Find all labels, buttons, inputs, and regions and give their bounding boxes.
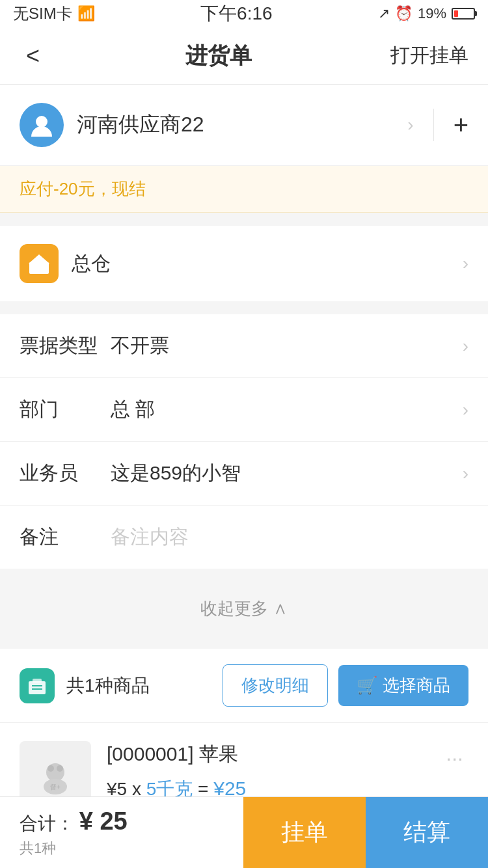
total-label: 合计：: [20, 813, 74, 834]
warehouse-chevron-icon: ›: [463, 253, 468, 274]
svg-rect-1: [29, 262, 49, 274]
alarm-icon: ⏰: [395, 5, 413, 22]
svg-rect-4: [33, 679, 42, 683]
supplier-card: 河南供应商22 › + 应付-20元，现结: [0, 85, 488, 213]
warehouse-card: 总仓 ›: [0, 226, 488, 301]
salesman-chevron-icon: ›: [463, 463, 468, 484]
supplier-row[interactable]: 河南供应商22 › +: [0, 85, 488, 166]
remark-value: 备注内容: [111, 524, 468, 550]
invoice-type-row[interactable]: 票据类型 不开票 ›: [0, 314, 488, 378]
svg-text:督+: 督+: [50, 783, 61, 791]
time-display: 下午6:16: [200, 1, 273, 26]
remark-label: 备注: [20, 524, 111, 550]
total-line: 合计： ¥ 25: [20, 807, 224, 836]
supplier-name: 河南供应商22: [77, 111, 407, 139]
product-name: [0000001] 苹果: [107, 741, 441, 768]
product-info: [0000001] 苹果 ¥5 x 5千克 = ¥25: [107, 741, 441, 802]
page-title: 进货单: [185, 41, 252, 71]
select-product-label: 选择商品: [383, 674, 450, 697]
svg-point-8: [47, 765, 54, 772]
invoice-label: 票据类型: [20, 332, 111, 359]
total-amount: ¥ 25: [79, 807, 128, 835]
salesman-row[interactable]: 业务员 这是859的小智 ›: [0, 442, 488, 506]
vertical-divider: [433, 109, 434, 141]
product-code: [0000001]: [107, 743, 193, 765]
department-label: 部门: [20, 396, 111, 423]
svg-point-9: [57, 765, 63, 772]
select-product-button[interactable]: 🛒 选择商品: [338, 665, 468, 706]
nav-bar: < 进货单 打开挂单: [0, 27, 488, 85]
notice-text: 应付-20元，现结: [20, 179, 146, 198]
salesman-label: 业务员: [20, 460, 111, 487]
wifi-icon: 📶: [77, 5, 95, 22]
total-count: 共1种: [20, 839, 224, 858]
form-card: 票据类型 不开票 › 部门 总 部 › 业务员 这是859的小智 › 备注 备注…: [0, 314, 488, 569]
checkout-button[interactable]: 结算: [366, 797, 488, 869]
invoice-value: 不开票: [111, 332, 463, 359]
supplier-avatar: [20, 103, 64, 147]
product-title: 苹果: [199, 743, 238, 765]
main-content: 河南供应商22 › + 应付-20元，现结 总仓 › 票据类型 不开票 ›: [0, 85, 488, 868]
hang-order-button[interactable]: 挂单: [243, 797, 366, 869]
total-section: 合计： ¥ 25 共1种: [0, 807, 243, 858]
collapse-button[interactable]: 收起更多 ∧: [0, 582, 488, 636]
invoice-chevron-icon: ›: [463, 336, 468, 357]
battery-icon: [452, 8, 475, 20]
remark-row[interactable]: 备注 备注内容: [0, 506, 488, 569]
department-chevron-icon: ›: [463, 400, 468, 420]
warehouse-row[interactable]: 总仓 ›: [0, 226, 488, 301]
add-supplier-button[interactable]: +: [454, 111, 468, 140]
department-value: 总 部: [111, 396, 463, 423]
back-button[interactable]: <: [20, 36, 46, 76]
collapse-label: 收起更多 ∧: [200, 599, 287, 618]
svg-rect-3: [29, 681, 46, 694]
svg-point-0: [36, 116, 47, 128]
status-left: 无SIM卡 📶: [13, 3, 95, 24]
edit-detail-button[interactable]: 修改明细: [223, 664, 328, 707]
svg-marker-2: [29, 254, 49, 264]
open-pending-button[interactable]: 打开挂单: [390, 42, 468, 69]
warehouse-name: 总仓: [72, 251, 463, 277]
location-icon: ↗: [378, 5, 390, 22]
carrier-text: 无SIM卡: [13, 3, 72, 24]
salesman-value: 这是859的小智: [111, 460, 463, 487]
bottom-bar: 合计： ¥ 25 共1种 挂单 结算: [0, 796, 488, 868]
product-count-text: 共1种商品: [66, 673, 223, 698]
cart-icon: 🛒: [357, 675, 377, 696]
department-row[interactable]: 部门 总 部 ›: [0, 378, 488, 442]
product-more-button[interactable]: ···: [441, 741, 468, 776]
status-bar: 无SIM卡 📶 下午6:16 ↗ ⏰ 19%: [0, 0, 488, 27]
status-right: ↗ ⏰ 19%: [378, 5, 475, 22]
warehouse-icon: [20, 244, 59, 283]
battery-text: 19%: [418, 5, 446, 22]
product-count-icon: [20, 668, 55, 703]
product-header: 共1种商品 修改明细 🛒 选择商品: [0, 649, 488, 723]
notice-bar: 应付-20元，现结: [0, 166, 488, 213]
supplier-chevron-icon: ›: [407, 115, 413, 135]
